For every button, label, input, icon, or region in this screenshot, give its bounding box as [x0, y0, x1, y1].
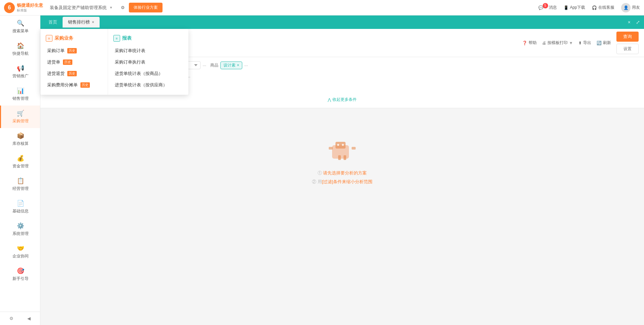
sidebar-item-collaboration[interactable]: 🤝 企业协同 — [0, 241, 40, 263]
settings-bottom-icon[interactable]: ⚙ — [9, 316, 13, 321]
goods-more-icon[interactable]: ··· — [244, 63, 248, 68]
tab-close-icon[interactable]: × — [92, 20, 94, 25]
goods-tag-remove-icon[interactable]: × — [237, 63, 239, 68]
empty-tip-2: ② 用[过滤]条件来缩小分析范围 — [312, 179, 372, 185]
top-header: 6 畅捷通好生意 标准版 装备及固定资产辅助管理系统 ▼ ⚙ 体验行业方案 💬 … — [0, 0, 644, 15]
collapse-sidebar-icon[interactable]: ◀ — [27, 316, 31, 321]
dropdown-item-inbound[interactable]: 进货单 历史 — [40, 56, 108, 68]
document-icon: 📄 — [17, 200, 24, 207]
sidebar-item-operations[interactable]: 📋 经营管理 — [0, 173, 40, 196]
tab-expand-icon[interactable]: ⤢ — [635, 18, 641, 26]
svg-point-2 — [337, 144, 339, 146]
handshake-icon: 🤝 — [17, 245, 24, 252]
message-button[interactable]: 💬 5 消息 — [538, 5, 557, 10]
report-header-icon: ≡ — [113, 35, 120, 42]
svg-rect-4 — [338, 155, 341, 160]
svg-rect-1 — [335, 142, 346, 149]
settings-icon: ⚙️ — [17, 222, 24, 230]
svg-rect-6 — [329, 147, 333, 150]
svg-rect-5 — [344, 155, 346, 160]
tab-close-all-icon[interactable]: × — [627, 18, 632, 26]
chart-icon: 📊 — [17, 87, 24, 94]
megaphone-icon: 📢 — [17, 65, 24, 72]
clipboard-icon: 📋 — [17, 177, 24, 185]
goods-filter: 商品 设计素 × ··· — [210, 62, 248, 69]
gear-button[interactable]: ⚙ — [118, 3, 128, 12]
dropdown-item-report-inbound-goods[interactable]: 进货单统计表（按商品） — [108, 68, 175, 79]
print-chevron-icon: ▼ — [569, 41, 573, 45]
logo-area: 6 畅捷通好生意 标准版 — [4, 2, 44, 13]
empty-svg — [325, 135, 359, 162]
empty-illustration — [325, 135, 359, 162]
help-button[interactable]: ❓ 帮助 — [522, 40, 537, 46]
app-download-button[interactable]: 📱 App下载 — [564, 5, 585, 10]
print-icon: 🖨 — [542, 41, 546, 45]
sidebar-item-basic-info[interactable]: 📄 基础信息 — [0, 196, 40, 218]
message-badge: 5 — [543, 3, 548, 8]
logo-title: 畅捷通好生意 — [17, 3, 43, 8]
search-icon: 🔍 — [17, 19, 24, 27]
tab-home[interactable]: 首页 — [43, 17, 63, 28]
collapse-row: ⋀ 收起更多条件 — [46, 95, 639, 104]
user-menu-button[interactable]: 👤 用友 — [621, 3, 640, 12]
sidebar-item-sales[interactable]: 📊 销售管理 — [0, 83, 40, 106]
goods-tag: 设计素 × — [220, 62, 242, 69]
industry-button[interactable]: 体验行业方案 — [129, 3, 163, 12]
box-icon: 📦 — [17, 132, 24, 139]
logo-icon: 6 — [4, 2, 15, 13]
tab-bar-right: × ⤢ — [627, 18, 641, 26]
sidebar-item-quicknav[interactable]: 🏠 快捷导航 — [0, 38, 40, 60]
collapse-up-icon: ⋀ — [328, 97, 331, 102]
doc-status-more-icon[interactable]: ··· — [203, 63, 206, 68]
online-service-button[interactable]: 🎧 在线客服 — [592, 5, 614, 10]
help-icon: ❓ — [522, 41, 527, 45]
query-button[interactable]: 查询 — [616, 32, 639, 42]
home-icon: 🏠 — [17, 42, 24, 49]
tab-bar: 首页 销售排行榜 × × ⤢ — [40, 15, 644, 29]
sidebar-item-finance[interactable]: 💰 资金管理 — [0, 151, 40, 173]
svg-rect-7 — [352, 147, 356, 150]
sidebar-item-system[interactable]: ⚙️ 系统管理 — [0, 218, 40, 241]
print-button[interactable]: 🖨 按模板打印 ▼ — [542, 40, 573, 46]
svg-point-3 — [342, 144, 344, 146]
dropdown-item-purchase-order[interactable]: 采购订单 历史 — [40, 45, 108, 56]
money-icon: 💰 — [17, 155, 24, 162]
sidebar-item-guide[interactable]: 🎯 新手引导 — [0, 263, 40, 286]
purchase-header-icon: ≡ — [46, 35, 52, 42]
empty-state: ① 请先选择要分析的方案 ② 用[过滤]条件来缩小分析范围 — [40, 108, 644, 213]
purchase-section: ≡ 采购业务 采购订单 历史 进货单 历史 进货退货 历史 采购费用分摊单 历史 — [40, 29, 108, 95]
dropdown-item-report-order-stat[interactable]: 采购订单统计表 — [108, 45, 175, 56]
empty-tip-1: ① 请先选择要分析的方案 — [318, 170, 367, 176]
dropdown-item-report-order-exec[interactable]: 采购订单执行表 — [108, 56, 175, 68]
purchase-dropdown: ≡ 采购业务 采购订单 历史 进货单 历史 进货退货 历史 采购费用分摊单 历史… — [40, 29, 188, 95]
refresh-button[interactable]: 🔄 刷新 — [597, 40, 611, 46]
dropdown-item-report-inbound-supplier[interactable]: 进货单统计表（按供应商） — [108, 79, 175, 91]
system-title: 装备及固定资产辅助管理系统 ▼ — [44, 5, 118, 11]
sidebar-item-marketing[interactable]: 📢 营销推广 — [0, 60, 40, 83]
cart-icon: 🛒 — [17, 110, 24, 117]
history-badge-0: 历史 — [67, 48, 77, 53]
collapse-button[interactable]: ⋀ 收起更多条件 — [326, 95, 358, 104]
tab-sales-ranking[interactable]: 销售排行榜 × — [63, 17, 100, 28]
history-badge-2: 历史 — [67, 71, 77, 76]
guide-icon: 🎯 — [17, 267, 24, 275]
sidebar-item-purchase[interactable]: 🛒 采购管理 — [0, 106, 40, 128]
phone-icon: 📱 — [564, 5, 569, 10]
chevron-down-icon[interactable]: ▼ — [109, 6, 113, 9]
report-section: ≡ 报表 采购订单统计表 采购订单执行表 进货单统计表（按商品） 进货单统计表（… — [108, 29, 175, 95]
setting-button[interactable]: 设置 — [616, 44, 639, 54]
sidebar-item-inventory[interactable]: 📦 库存核算 — [0, 128, 40, 151]
dropdown-item-return[interactable]: 进货退货 历史 — [40, 68, 108, 79]
export-icon: ⬆ — [578, 41, 582, 45]
avatar: 👤 — [621, 3, 631, 12]
user-icon: 👤 — [623, 5, 629, 10]
dropdown-item-expense[interactable]: 采购费用分摊单 历史 — [40, 79, 108, 91]
sidebar-item-search[interactable]: 🔍 搜索菜单 — [0, 15, 40, 38]
goods-label: 商品 — [210, 63, 218, 68]
export-button[interactable]: ⬆ 导出 — [578, 40, 591, 46]
refresh-icon: 🔄 — [597, 41, 602, 45]
sidebar: 🔍 搜索菜单 🏠 快捷导航 📢 营销推广 📊 销售管理 🛒 采购管理 📦 库存核… — [0, 15, 40, 325]
logo-subtitle: 标准版 — [17, 8, 43, 12]
headset-icon: 🎧 — [592, 5, 597, 10]
purchase-header: ≡ 采购业务 — [40, 33, 108, 45]
